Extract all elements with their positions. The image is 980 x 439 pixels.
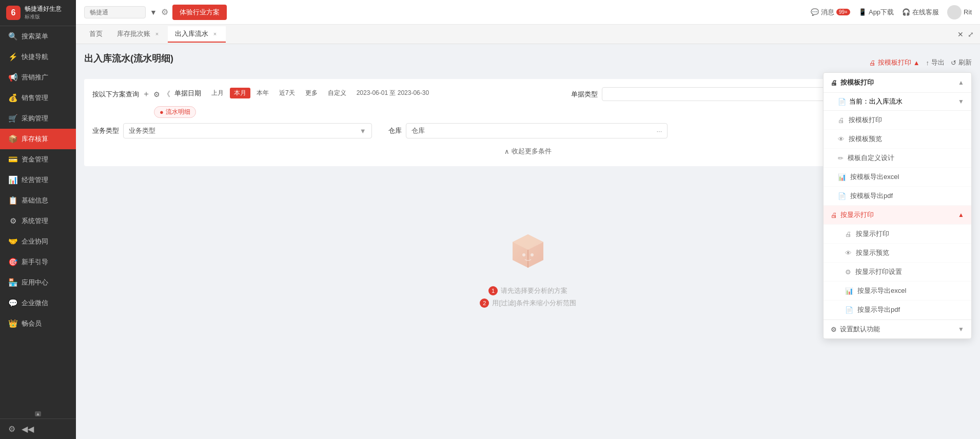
tab-batch-account-close[interactable]: × [153, 30, 161, 37]
dropdown-print-icon: 🖨 [831, 79, 837, 87]
dropdown-template-excel[interactable]: 📊 按模板导出excel [824, 168, 971, 187]
tab-home[interactable]: 首页 [82, 26, 110, 43]
sidebar-item-3[interactable]: 💰销售管理 [0, 88, 76, 108]
template-print-item-label: 按模板打印 [849, 115, 882, 125]
collapse-button[interactable]: ∧ 收起更多条件 [504, 145, 552, 158]
dropdown-display-print[interactable]: 🖨 按显示打印 [824, 225, 971, 244]
sidebar-label-1: 快捷导航 [22, 52, 48, 62]
sidebar-logo: 6 畅捷通好生意 标准版 [0, 0, 76, 26]
sidebar-scroll-up[interactable]: ▲ [35, 411, 41, 416]
tab-batch-account[interactable]: 库存批次账 × [110, 26, 168, 43]
sidebar-icon-1: ⚡ [8, 52, 17, 62]
sidebar-label-2: 营销推广 [22, 73, 48, 82]
user-avatar-item[interactable]: Rit [947, 5, 972, 19]
dropdown-display-settings[interactable]: ⚙ 按显示打印设置 [824, 263, 971, 282]
sidebar-item-0[interactable]: 🔍搜索菜单 [0, 26, 76, 47]
template-design-icon: ✏ [838, 154, 844, 162]
template-excel-label: 按模板导出excel [850, 172, 899, 182]
warehouse-select[interactable]: 仓库 ··· [406, 123, 668, 138]
date-tab-custom[interactable]: 自定义 [324, 88, 350, 98]
tip-number-1: 1 [488, 286, 498, 295]
dropdown-template-pdf[interactable]: 📄 按模板导出pdf [824, 187, 971, 206]
online-service-item[interactable]: 🎧 在线客服 [902, 8, 939, 17]
display-group-icon: 🖨 [831, 211, 837, 219]
topbar-settings-icon[interactable]: ⚙ [161, 7, 168, 17]
footer-chevron: ▼ [958, 326, 964, 333]
sidebar-icon-0: 🔍 [8, 32, 17, 41]
refresh-label: 刷新 [958, 58, 972, 67]
date-tab-7days[interactable]: 近7天 [275, 88, 299, 98]
sidebar-item-7[interactable]: 📊经营管理 [0, 170, 76, 190]
export-button[interactable]: ↑ 导出 [926, 58, 945, 67]
topbar-dropdown-icon[interactable]: ▼ [150, 8, 157, 16]
sidebar-item-10[interactable]: 🤝企业协同 [0, 231, 76, 252]
dropdown-display-preview[interactable]: 👁 按显示预览 [824, 244, 971, 263]
dropdown-display-group-header[interactable]: 🖨 按显示打印 ▲ [824, 206, 971, 225]
template-print-label: 按模板打印 [878, 58, 911, 67]
dropdown-header[interactable]: 🖨 按模板打印 ▲ [824, 73, 971, 93]
sidebar-item-12[interactable]: 🏪应用中心 [0, 272, 76, 293]
sidebar-icon-7: 📊 [8, 175, 17, 185]
message-item[interactable]: 💬 消息 99+ [811, 8, 850, 17]
template-pdf-icon: 📄 [838, 192, 846, 200]
trial-industry-button[interactable]: 体验行业方案 [172, 5, 227, 20]
dropdown-footer[interactable]: ⚙ 设置默认功能 ▼ [824, 320, 971, 338]
tab-close-all-button[interactable]: ✕ [957, 30, 964, 38]
date-tab-this-month[interactable]: 本月 [230, 88, 250, 98]
biz-placeholder: 业务类型 [129, 126, 155, 135]
tab-inventory-flow-close[interactable]: × [211, 30, 219, 37]
template-print-button[interactable]: 🖨 按模板打印 ▲ [869, 58, 920, 67]
page-title: 出入库流水(流水明细) [84, 52, 173, 65]
refresh-button[interactable]: ↺ 刷新 [951, 58, 972, 67]
dropdown-template-print[interactable]: 🖨 按模板打印 [824, 111, 971, 130]
collapse-sidebar-icon[interactable]: ◀◀ [22, 424, 34, 434]
sidebar-icon-2: 📢 [8, 73, 17, 82]
main-content: ▼ ⚙ 体验行业方案 💬 消息 99+ 📱 App下载 🎧 在线客服 Rit [76, 0, 980, 439]
topbar-search-input[interactable] [84, 6, 146, 18]
sidebar: 6 畅捷通好生意 标准版 🔍搜索菜单⚡快捷导航📢营销推广💰销售管理🛒采购管理📦库… [0, 0, 76, 439]
template-print-icon: 🖨 [838, 116, 845, 124]
tab-inventory-flow[interactable]: 出入库流水 × [168, 26, 226, 43]
sidebar-label-10: 企业协同 [22, 237, 48, 246]
sidebar-item-8[interactable]: 📋基础信息 [0, 190, 76, 211]
sidebar-item-13[interactable]: 💬企业微信 [0, 293, 76, 313]
sidebar-item-14[interactable]: 👑畅会员 [0, 313, 76, 334]
sidebar-item-5[interactable]: 📦库存核算 [0, 129, 76, 149]
sidebar-icon-11: 🎯 [8, 257, 17, 267]
dropdown-template-preview[interactable]: 👁 按模板预览 [824, 130, 971, 149]
sidebar-item-2[interactable]: 📢营销推广 [0, 67, 76, 88]
dropdown-display-excel[interactable]: 📊 按显示导出excel [824, 282, 971, 301]
date-tab-last-month[interactable]: 上月 [207, 88, 228, 98]
collapse-filter-icon[interactable]: 《 [163, 90, 170, 99]
sidebar-icon-14: 👑 [8, 319, 17, 328]
headset-icon: 🎧 [902, 8, 910, 16]
tab-expand-button[interactable]: ⤢ [968, 30, 974, 38]
sidebar-item-9[interactable]: ⚙系统管理 [0, 211, 76, 231]
sidebar-item-1[interactable]: ⚡快捷导航 [0, 47, 76, 67]
sidebar-label-5: 库存核算 [22, 134, 48, 144]
date-range-display: 2023-06-01 至 2023-06-30 [357, 89, 429, 97]
app-download-item[interactable]: 📱 App下载 [858, 8, 894, 17]
sidebar-item-11[interactable]: 🎯新手引导 [0, 252, 76, 272]
template-excel-icon: 📊 [838, 173, 846, 181]
sidebar-icon-13: 💬 [8, 298, 17, 308]
sidebar-item-6[interactable]: 💳资金管理 [0, 149, 76, 170]
sidebar-label-7: 经营管理 [22, 175, 48, 185]
sidebar-label-12: 应用中心 [22, 278, 48, 287]
sidebar-item-4[interactable]: 🛒采购管理 [0, 108, 76, 129]
date-tab-more[interactable]: 更多 [301, 88, 322, 98]
sidebar-label-6: 资金管理 [22, 155, 48, 164]
tab-batch-account-label: 库存批次账 [117, 29, 150, 38]
sidebar-icon-9: ⚙ [8, 216, 17, 226]
date-tab-this-year[interactable]: 本年 [252, 88, 273, 98]
sidebar-label-9: 系统管理 [22, 216, 48, 226]
add-filter-icon[interactable]: ＋ [142, 89, 150, 99]
dropdown-template-design[interactable]: ✏ 模板自定义设计 [824, 149, 971, 168]
biz-type-select[interactable]: 业务类型 ▼ [123, 123, 372, 138]
online-service-label: 在线客服 [912, 8, 939, 17]
sidebar-label-14: 畅会员 [22, 319, 42, 328]
settings-filter-icon[interactable]: ⚙ [153, 90, 160, 98]
dropdown-display-pdf[interactable]: 📄 按显示导出pdf [824, 301, 971, 320]
settings-footer-icon[interactable]: ⚙ [8, 424, 15, 434]
flow-detail-tag[interactable]: ● 流水明细 [154, 106, 196, 118]
